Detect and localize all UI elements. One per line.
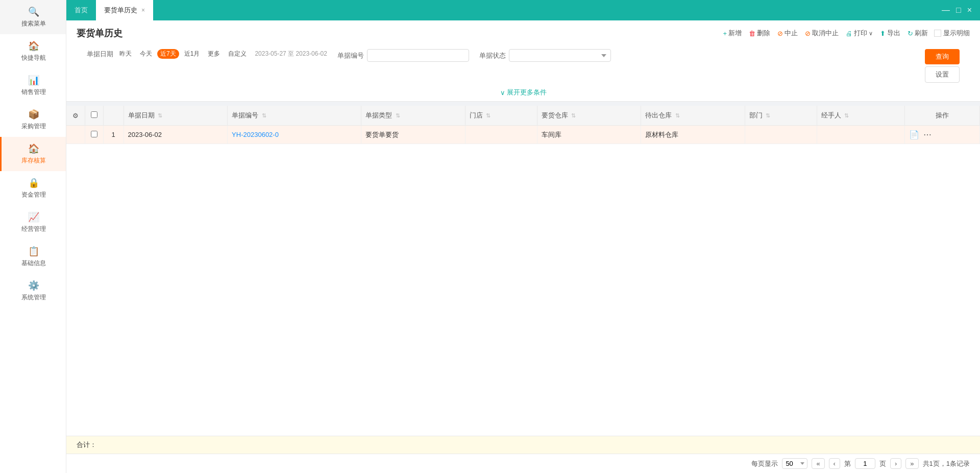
close-window-icon[interactable]: ×	[967, 6, 972, 15]
first-page-button[interactable]: «	[812, 458, 824, 469]
operation-icons: 📄 ⋯	[909, 130, 975, 139]
refresh-icon: ↻	[908, 30, 913, 37]
expand-more-button[interactable]: ∨ 展开更多条件	[500, 88, 547, 97]
th-checkbox[interactable]	[85, 106, 103, 126]
prev-page-button[interactable]: ‹	[829, 458, 840, 469]
stop-button[interactable]: ⊘ 中止	[776, 27, 799, 40]
th-dept[interactable]: 部门 ⇅	[745, 106, 817, 126]
page-input[interactable]	[855, 458, 875, 469]
sort-doc-type-icon: ⇅	[396, 112, 400, 119]
sidebar-item-basic-info[interactable]: 📋 基础信息	[0, 240, 66, 274]
sidebar-item-operation[interactable]: 📈 经营管理	[0, 205, 66, 240]
doc-status-select[interactable]	[509, 49, 611, 62]
display-detail-checkbox[interactable]	[934, 30, 941, 37]
inventory-icon: 🏠	[28, 143, 39, 154]
page-title: 要货单历史	[77, 27, 122, 39]
th-doc-date[interactable]: 单据日期 ⇅	[124, 106, 228, 126]
page-header: 要货单历史 + 新增 🗑 删除 ⊘ 中止 ⊘	[66, 20, 980, 102]
td-checkbox[interactable]	[85, 126, 103, 144]
sidebar: 🔍 搜索菜单 🏠 快捷导航 📊 销售管理 📦 采购管理 🏠 库存核算 🔒 资金管…	[0, 0, 66, 473]
sidebar-item-quick-nav[interactable]: 🏠 快捷导航	[0, 34, 66, 68]
date-filter-label: 单据日期	[87, 50, 113, 59]
sidebar-item-inventory[interactable]: 🏠 库存核算	[0, 137, 66, 171]
sort-store-icon: ⇅	[486, 112, 491, 119]
refresh-button[interactable]: ↻ 刷新	[906, 27, 929, 40]
setting-button[interactable]: 设置	[925, 66, 960, 83]
display-detail-toggle[interactable]: 显示明细	[934, 29, 970, 38]
topbar: 首页 要货单历史 × — □ ×	[66, 0, 980, 20]
doc-no-link[interactable]: YH-20230602-0	[232, 131, 279, 138]
date-filter-group: 单据日期 昨天 今天 近7天 近1月 更多 自定义 2023-05-27 至 2…	[87, 49, 327, 59]
date-range-display: 2023-05-27 至 2023-06-02	[255, 50, 327, 58]
purchase-icon: 📦	[28, 109, 39, 120]
per-page-select[interactable]: 50 10 20 100	[782, 458, 807, 469]
tab-home[interactable]: 首页	[66, 0, 96, 20]
new-button[interactable]: + 新增	[722, 27, 743, 40]
td-pending-warehouse: 原材料仓库	[641, 126, 745, 144]
th-doc-no[interactable]: 单据编号 ⇅	[228, 106, 361, 126]
minimize-icon[interactable]: —	[942, 6, 950, 15]
sidebar-item-finance[interactable]: 🔒 资金管理	[0, 171, 66, 205]
cancel-stop-icon: ⊘	[805, 30, 811, 37]
doc-status-filter-group: 单据状态	[479, 49, 611, 62]
th-doc-type[interactable]: 单据类型 ⇅	[361, 106, 465, 126]
total-label: 共1页，1条记录	[923, 459, 970, 468]
date-chip-yesterday[interactable]: 昨天	[116, 49, 135, 59]
date-chip-more[interactable]: 更多	[205, 49, 223, 59]
next-page-button[interactable]: ›	[890, 458, 901, 469]
export-button[interactable]: ⬆ 导出	[879, 27, 901, 40]
th-num	[103, 106, 124, 126]
date-chip-last7[interactable]: 近7天	[157, 49, 179, 59]
filter-row: 单据日期 昨天 今天 近7天 近1月 更多 自定义 2023-05-27 至 2…	[77, 44, 970, 88]
data-table: ⚙ 单据日期 ⇅ 单据编号 ⇅	[66, 106, 980, 144]
delete-button[interactable]: 🗑 删除	[748, 27, 771, 40]
sort-dept-icon: ⇅	[766, 112, 770, 119]
chevron-down-icon: ∨	[500, 89, 505, 97]
search-menu-icon: 🔍	[28, 6, 39, 17]
print-button[interactable]: 🖨 打印 ∨	[845, 27, 874, 40]
page-suffix-label: 页	[879, 459, 886, 468]
home-icon: 🏠	[28, 40, 39, 52]
doc-no-input[interactable]	[367, 49, 469, 62]
basic-info-icon: 📋	[28, 246, 39, 257]
edit-icon[interactable]: 📄	[909, 130, 919, 139]
table-body: 1 2023-06-02 YH-20230602-0 要货单要货	[66, 126, 980, 144]
tab-requisition-history[interactable]: 要货单历史 ×	[96, 0, 153, 20]
sort-doc-no-icon: ⇅	[262, 112, 266, 119]
footer-summary: 合计：	[66, 436, 980, 454]
doc-no-label: 单据编号	[337, 51, 364, 60]
sidebar-item-search-menu[interactable]: 🔍 搜索菜单	[0, 0, 66, 34]
last-page-button[interactable]: »	[905, 458, 918, 469]
query-button[interactable]: 查询	[925, 49, 960, 64]
tab-close-icon[interactable]: ×	[141, 7, 145, 14]
cancel-stop-button[interactable]: ⊘ 取消中止	[804, 27, 840, 40]
table-row: 1 2023-06-02 YH-20230602-0 要货单要货	[66, 126, 980, 144]
print-dropdown-icon: ∨	[869, 30, 873, 37]
maximize-icon[interactable]: □	[956, 6, 961, 15]
td-dept	[745, 126, 817, 144]
date-chip-today[interactable]: 今天	[137, 49, 155, 59]
sort-handler-icon: ⇅	[844, 112, 849, 119]
doc-status-label: 单据状态	[479, 51, 506, 60]
sidebar-item-system[interactable]: ⚙️ 系统管理	[0, 274, 66, 308]
row-checkbox[interactable]	[91, 131, 97, 137]
th-handler[interactable]: 经手人 ⇅	[817, 106, 904, 126]
sidebar-item-purchase[interactable]: 📦 采购管理	[0, 103, 66, 137]
sidebar-item-sales[interactable]: 📊 销售管理	[0, 68, 66, 103]
sales-icon: 📊	[28, 75, 39, 86]
select-all-checkbox[interactable]	[91, 111, 97, 118]
th-store[interactable]: 门店 ⇅	[465, 106, 537, 126]
more-icon[interactable]: ⋯	[923, 130, 932, 139]
td-num: 1	[103, 126, 124, 144]
filter-actions: 查询 设置	[925, 49, 960, 83]
doc-no-filter-group: 单据编号	[337, 49, 469, 62]
new-icon: +	[723, 30, 727, 37]
date-chip-custom[interactable]: 自定义	[225, 49, 250, 59]
print-icon: 🖨	[846, 30, 852, 37]
th-pending-warehouse[interactable]: 待出仓库 ⇅	[641, 106, 745, 126]
th-req-warehouse[interactable]: 要货仓库 ⇅	[537, 106, 641, 126]
per-page-label: 每页显示	[751, 459, 778, 468]
date-chip-last1month[interactable]: 近1月	[181, 49, 203, 59]
td-operation: 📄 ⋯	[905, 126, 980, 144]
th-settings[interactable]: ⚙	[66, 106, 85, 126]
